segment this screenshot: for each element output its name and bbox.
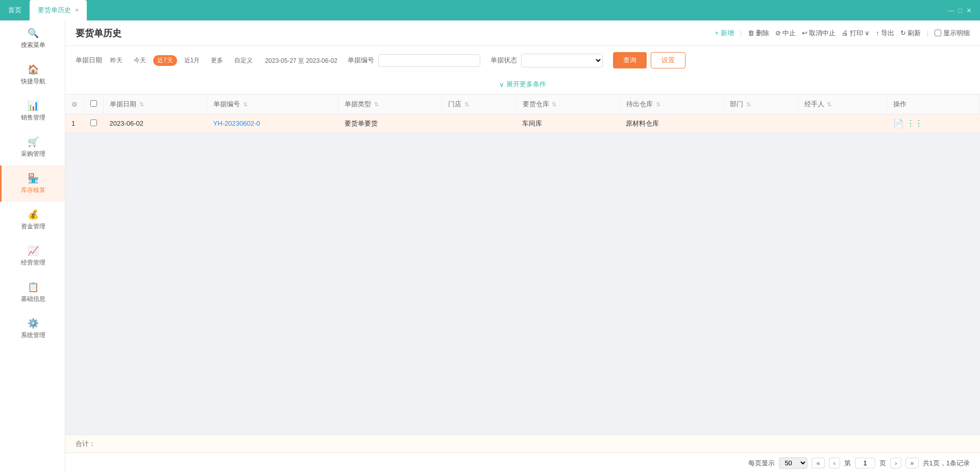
sidebar-item-sales-label: 销售管理 (21, 113, 45, 122)
th-no: 单据编号 ⇅ (207, 94, 338, 114)
filter-actions: 查询 设置 (613, 52, 685, 68)
print-chevron: ∨ (865, 29, 870, 37)
edit-action-icon[interactable]: ⋮⋮ (906, 119, 923, 128)
refresh-label: 刷新 (908, 29, 921, 38)
sidebar-item-purchase-label: 采购管理 (21, 150, 45, 158)
sidebar-item-operations[interactable]: 📈 经营管理 (0, 238, 65, 274)
minimize-btn[interactable]: — (947, 7, 954, 14)
sidebar-item-basic-info[interactable]: 📋 基础信息 (0, 274, 65, 311)
th-checkbox (84, 94, 104, 114)
first-page-btn[interactable]: « (812, 458, 824, 468)
sort-handler-icon[interactable]: ⇅ (827, 101, 831, 107)
sidebar-item-finance-label: 资金管理 (21, 222, 45, 231)
select-all-checkbox[interactable] (90, 100, 97, 107)
row-checkbox[interactable] (90, 120, 97, 126)
tab-purchase-history[interactable]: 要货单历史 × (30, 0, 87, 20)
display-cell-btn[interactable]: 显示明细 (935, 29, 970, 38)
sidebar-item-system[interactable]: ⚙️ 系统管理 (0, 311, 65, 347)
filter-area: 单据日期 昨天 今天 近7天 近1月 更多 自定义 2023-05-27 至 2… (65, 46, 980, 94)
cell-date: 2023-06-02 (104, 114, 207, 133)
add-btn[interactable]: + 新增 (715, 29, 734, 38)
basic-info-icon: 📋 (28, 281, 39, 293)
print-label: 打印 (850, 29, 863, 38)
cancel-stop-icon: ↩ (802, 29, 807, 37)
th-dept: 部门 ⇅ (724, 94, 798, 114)
last-page-btn[interactable]: » (905, 458, 918, 468)
settings-button[interactable]: 设置 (651, 52, 685, 68)
search-icon: 🔍 (28, 28, 39, 39)
close-btn[interactable]: ✕ (966, 7, 972, 14)
action-icons: 📄 ⋮⋮ (893, 119, 974, 128)
bill-no-label: 单据编号 (348, 56, 374, 65)
today-btn[interactable]: 今天 (130, 55, 150, 66)
display-cell-label: 显示明细 (943, 29, 970, 38)
delete-btn[interactable]: 🗑 删除 (748, 29, 769, 38)
bill-status-label: 单据状态 (491, 56, 517, 65)
th-handler: 经手人 ⇅ (798, 94, 887, 114)
sort-to-warehouse-icon[interactable]: ⇅ (656, 101, 660, 107)
sidebar-item-purchase[interactable]: 🛒 采购管理 (0, 129, 65, 165)
display-cell-checkbox[interactable] (935, 30, 941, 36)
cell-handler (798, 114, 887, 133)
stop-btn[interactable]: ⊘ 中止 (775, 29, 796, 38)
sidebar-item-search-label: 搜索菜单 (21, 41, 45, 50)
prev-page-btn[interactable]: ‹ (829, 458, 840, 468)
sort-date-icon[interactable]: ⇅ (139, 101, 144, 107)
expand-conditions-btn[interactable]: ∨ 展开更多条件 (495, 78, 550, 91)
custom-date-btn[interactable]: 自定义 (230, 55, 257, 66)
sidebar-item-basic-info-label: 基础信息 (21, 295, 45, 303)
sort-store-icon[interactable]: ⇅ (464, 101, 469, 107)
print-btn[interactable]: 🖨 打印 ∨ (842, 29, 870, 38)
window-controls: — □ ✕ (947, 7, 980, 14)
cell-store (442, 114, 517, 133)
th-req-warehouse: 要货仓库 ⇅ (516, 94, 620, 114)
view-action-icon[interactable]: 📄 (893, 119, 903, 128)
operations-icon: 📈 (28, 245, 39, 256)
page-header: 要货单历史 + 新增 | 🗑 删除 ⊘ 中止 ↩ 取消中止 🖨 (65, 20, 980, 46)
cell-no[interactable]: YH-20230602-0 (207, 114, 338, 133)
sidebar-item-inventory[interactable]: 🏪 库存核算 (0, 165, 65, 202)
last7days-btn[interactable]: 近7天 (153, 55, 177, 66)
table-section: ⚙ 单据日期 ⇅ 单据编号 ⇅ (65, 94, 980, 473)
bill-no-input[interactable] (378, 54, 480, 67)
sort-dept-icon[interactable]: ⇅ (746, 101, 751, 107)
content-area: 要货单历史 + 新增 | 🗑 删除 ⊘ 中止 ↩ 取消中止 🖨 (65, 20, 980, 473)
bill-status-filter-item: 单据状态 (491, 54, 603, 67)
toolbar: + 新增 | 🗑 删除 ⊘ 中止 ↩ 取消中止 🖨 打印 ∨ (715, 29, 970, 38)
sort-type-icon[interactable]: ⇅ (374, 101, 379, 107)
sidebar-item-finance[interactable]: 💰 资金管理 (0, 202, 65, 238)
sidebar-item-nav[interactable]: 🏠 快捷导航 (0, 57, 65, 93)
close-tab-icon[interactable]: × (75, 7, 79, 14)
page-title: 要货单历史 (76, 27, 121, 39)
refresh-btn[interactable]: ↻ 刷新 (900, 29, 921, 38)
inventory-icon: 🏪 (28, 173, 39, 184)
sort-no-icon[interactable]: ⇅ (243, 101, 248, 107)
more-date-btn[interactable]: 更多 (207, 55, 227, 66)
last1month-btn[interactable]: 近1月 (180, 55, 204, 66)
delete-icon: 🗑 (748, 29, 754, 37)
data-table: ⚙ 单据日期 ⇅ 单据编号 ⇅ (65, 94, 980, 133)
maximize-btn[interactable]: □ (958, 7, 962, 14)
cancel-stop-btn[interactable]: ↩ 取消中止 (802, 29, 836, 38)
stop-icon: ⊘ (775, 29, 781, 37)
next-page-btn[interactable]: › (890, 458, 901, 468)
query-button[interactable]: 查询 (613, 52, 647, 68)
th-store: 门店 ⇅ (442, 94, 517, 114)
table-scroll-area: ⚙ 单据日期 ⇅ 单据编号 ⇅ (65, 94, 980, 435)
bill-status-select[interactable] (521, 54, 603, 67)
bill-no-link[interactable]: YH-20230602-0 (213, 120, 260, 127)
page-input[interactable] (855, 458, 875, 468)
export-btn[interactable]: ↑ 导出 (876, 29, 894, 38)
page-size-select[interactable]: 50 100 (779, 457, 807, 469)
th-settings[interactable]: ⚙ (65, 94, 84, 114)
tab-bar: 首页 要货单历史 × (0, 0, 87, 20)
sidebar: 🔍 搜索菜单 🏠 快捷导航 📊 销售管理 🛒 采购管理 🏪 库存核算 💰 资金管… (0, 20, 65, 473)
finance-icon: 💰 (28, 209, 39, 220)
sidebar-item-search[interactable]: 🔍 搜索菜单 (0, 20, 65, 57)
sort-req-warehouse-icon[interactable]: ⇅ (552, 101, 556, 107)
tab-home[interactable]: 首页 (0, 0, 30, 20)
yesterday-btn[interactable]: 昨天 (106, 55, 127, 66)
summary-label: 合计： (76, 439, 95, 448)
sidebar-item-sales[interactable]: 📊 销售管理 (0, 93, 65, 129)
filter-row-1: 单据日期 昨天 今天 近7天 近1月 更多 自定义 2023-05-27 至 2… (76, 52, 970, 68)
